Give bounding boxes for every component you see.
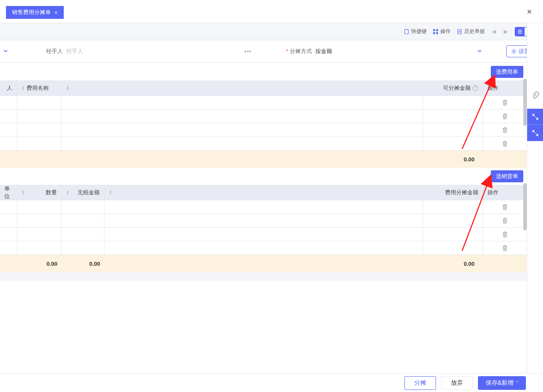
th-person: 人 xyxy=(7,84,12,92)
document-icon xyxy=(457,29,463,35)
svg-rect-5 xyxy=(458,29,462,34)
history-prev-icon[interactable]: ◀ xyxy=(491,28,497,35)
table-row xyxy=(0,214,527,228)
abandon-button[interactable]: 放弃 xyxy=(441,376,473,390)
svg-rect-4 xyxy=(436,32,438,34)
sort-icon[interactable]: ▲▼ xyxy=(109,190,112,195)
select-sales-bill-button[interactable]: 选销货单 xyxy=(491,170,523,182)
list-icon xyxy=(517,29,523,35)
handler-input[interactable]: 经手人 xyxy=(66,45,143,57)
info-icon[interactable]: ? xyxy=(472,85,478,91)
allocate-button[interactable]: 分摊 xyxy=(404,376,436,390)
table-row xyxy=(0,96,527,110)
svg-rect-2 xyxy=(436,29,438,31)
th-allocatable-amount: 可分摊金额 ? xyxy=(423,81,483,95)
sum-allocatable: 0.00 xyxy=(464,156,475,163)
save-and-add-button[interactable]: 保存&新增 ˄ xyxy=(478,376,526,390)
history-next-icon[interactable]: ▶ xyxy=(503,28,509,35)
memo-area xyxy=(0,280,527,307)
handler-more-icon[interactable]: ••• xyxy=(244,48,252,55)
gear-icon xyxy=(511,48,517,54)
attachment-icon[interactable] xyxy=(531,92,539,101)
scrollbar-thumb[interactable] xyxy=(523,79,527,126)
method-dropdown-icon[interactable] xyxy=(477,48,483,55)
th-expense-name: 费用名称 xyxy=(27,84,49,92)
sum-amt: 0.00 xyxy=(89,261,100,267)
divider xyxy=(0,272,527,280)
sort-icon[interactable]: ▲▼ xyxy=(21,190,25,195)
handler-label: 经手人 xyxy=(46,48,63,55)
expand-out-icon[interactable] xyxy=(527,109,543,125)
view-list-button[interactable] xyxy=(515,27,525,36)
delete-icon[interactable] xyxy=(502,245,507,251)
method-label: *分摊方式 xyxy=(286,48,312,55)
svg-point-10 xyxy=(513,50,515,52)
sum-row: 0.00 0.00 0.00 xyxy=(0,255,527,272)
table-row xyxy=(0,123,527,137)
table-row xyxy=(0,200,527,214)
delete-icon[interactable] xyxy=(502,100,507,106)
sum-qty: 0.00 xyxy=(47,261,57,267)
field-handler: 经手人 经手人 ••• xyxy=(46,45,252,57)
th-action: 操作 xyxy=(487,189,498,196)
th-unit: 单位 xyxy=(4,185,12,200)
delete-icon[interactable] xyxy=(502,113,507,119)
tab-sales-expense-allocation[interactable]: 销售费用分摊单 × xyxy=(6,6,64,19)
scrollbar-thumb[interactable] xyxy=(523,183,527,230)
svg-rect-1 xyxy=(433,29,435,31)
th-alloc-amount: 费用分摊金额 xyxy=(445,189,478,196)
sum-alloc: 0.00 xyxy=(464,261,475,267)
table-row xyxy=(0,110,527,123)
th-amount-wo-tax: 无税金额 xyxy=(71,189,100,196)
expand-in-icon[interactable] xyxy=(527,125,543,141)
svg-rect-0 xyxy=(405,29,409,34)
toolbar-operate[interactable]: 操作 xyxy=(433,28,451,35)
delete-icon[interactable] xyxy=(502,141,507,147)
toolbar-shortcut[interactable]: 快捷键 xyxy=(404,28,427,35)
table-row xyxy=(0,241,527,255)
clipboard-icon xyxy=(404,29,409,35)
tab-close-icon[interactable]: × xyxy=(54,9,58,16)
sort-icon[interactable]: ▲▼ xyxy=(66,190,69,195)
svg-rect-3 xyxy=(433,32,435,34)
chevron-up-icon: ˄ xyxy=(516,380,518,385)
form-collapse-icon[interactable] xyxy=(0,48,13,55)
field-alloc-method: *分摊方式 按金额 xyxy=(286,45,483,57)
table-row xyxy=(0,137,527,151)
th-action: 操作 xyxy=(483,81,527,95)
select-expense-bill-button[interactable]: 选费用单 xyxy=(491,66,523,78)
delete-icon[interactable] xyxy=(502,232,507,238)
method-select[interactable]: 按金额 xyxy=(315,45,392,57)
sum-row: 0.00 xyxy=(0,151,527,168)
delete-icon[interactable] xyxy=(502,204,507,210)
th-qty: 数量 xyxy=(27,189,57,196)
tab-title: 销售费用分摊单 xyxy=(12,9,51,16)
sort-icon[interactable]: ▲▼ xyxy=(21,86,25,91)
grid-icon xyxy=(433,29,439,35)
table-row xyxy=(0,228,527,241)
sort-icon[interactable]: ▲▼ xyxy=(66,86,69,91)
delete-icon[interactable] xyxy=(502,127,507,133)
panel-close-icon[interactable]: × xyxy=(527,6,532,16)
delete-icon[interactable] xyxy=(502,218,507,224)
toolbar-history[interactable]: 历史单据 xyxy=(457,28,485,35)
